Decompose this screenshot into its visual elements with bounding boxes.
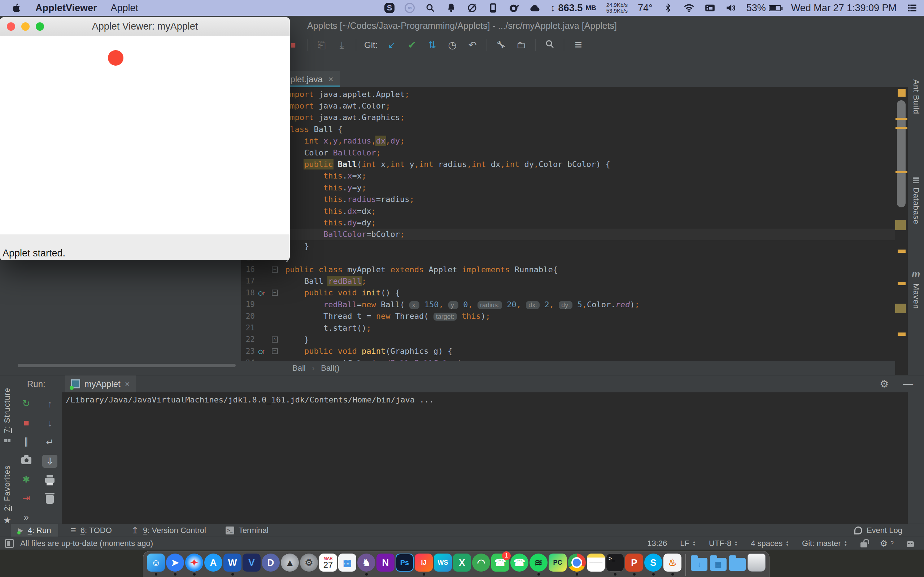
- menubar-app-name[interactable]: AppletViewer: [36, 3, 97, 14]
- fold-end-icon[interactable]: ˄: [272, 337, 278, 343]
- dock-item-spark[interactable]: ➤: [166, 554, 184, 575]
- vertical-scrollbar[interactable]: [897, 100, 906, 207]
- dock-item-documents-folder[interactable]: ▤: [709, 554, 727, 572]
- sidebar-item-structure[interactable]: 7: Structure: [0, 388, 15, 444]
- menubar-menu-applet[interactable]: Applet: [111, 3, 139, 14]
- line-separator-widget[interactable]: LF▲▼: [680, 539, 696, 548]
- open-recent-icon[interactable]: ⎗: [315, 40, 328, 51]
- dock-item-skype[interactable]: S: [644, 554, 662, 575]
- dock-item-trash[interactable]: [748, 554, 766, 572]
- git-branch-widget[interactable]: Git: master▲▼: [802, 539, 847, 548]
- minimize-icon[interactable]: —: [903, 378, 913, 390]
- spotlight-search-icon[interactable]: [425, 3, 436, 13]
- scroll-to-end-button[interactable]: ⇩: [42, 455, 57, 468]
- dock-item-powerpoint[interactable]: P: [625, 554, 643, 575]
- applet-window-titlebar[interactable]: Applet Viewer: myApplet: [0, 17, 290, 36]
- dock-item-whatsapp[interactable]: ☎: [510, 554, 528, 572]
- sidebar-item-database[interactable]: Database: [908, 177, 924, 224]
- cloud-icon[interactable]: [530, 3, 540, 13]
- network-speed-indicator[interactable]: 24.9Kb/s53.9Kb/s: [606, 2, 628, 14]
- notification-center-icon[interactable]: [907, 3, 918, 13]
- dock-item-photoshop[interactable]: Ps: [396, 554, 414, 572]
- dock-item-chrome[interactable]: [568, 554, 586, 575]
- dock-item-notes[interactable]: ———: [587, 554, 605, 572]
- dock-item-onenote[interactable]: N: [376, 554, 394, 572]
- clear-button[interactable]: [42, 493, 57, 506]
- gear-help-icon[interactable]: ⚙?: [880, 538, 894, 548]
- tab-close-icon[interactable]: ×: [328, 74, 333, 84]
- dock-item-pycharm[interactable]: PC: [549, 554, 567, 572]
- sidebar-item-maven[interactable]: mMaven: [908, 269, 924, 309]
- diff-icon[interactable]: ≣: [572, 39, 584, 51]
- applet-viewer-window[interactable]: Applet Viewer: myApplet Applet started.: [0, 17, 290, 260]
- more-button[interactable]: »: [19, 511, 34, 524]
- git-update-icon[interactable]: ↙: [386, 39, 398, 51]
- breadcrumb-class[interactable]: Ball: [292, 364, 306, 373]
- encoding-widget[interactable]: UTF-8▲▼: [709, 539, 738, 548]
- menubar-clock[interactable]: Wed Mar 27 1:39:09 PM: [791, 3, 897, 14]
- dock-item-safari[interactable]: ✦: [185, 554, 203, 575]
- dock-item-facetime[interactable]: ☎1: [491, 554, 509, 572]
- robot-icon[interactable]: [907, 541, 914, 547]
- dock-item-system-preferences[interactable]: ⚙: [300, 554, 318, 572]
- notification-bell-icon[interactable]: [446, 3, 457, 13]
- keyboard-layout-icon[interactable]: [704, 3, 716, 13]
- restart-debug-button[interactable]: ✱: [19, 473, 34, 486]
- skype-menu-icon[interactable]: S: [384, 3, 394, 13]
- dock-item-spotify[interactable]: ≋: [530, 554, 548, 575]
- lock-icon[interactable]: [861, 542, 867, 548]
- kettle-icon[interactable]: [509, 3, 519, 13]
- dock-item-downloads-folder[interactable]: ↓: [690, 554, 708, 572]
- dock-item-word[interactable]: W: [223, 554, 241, 575]
- dock-item-vscode[interactable]: V: [242, 554, 261, 572]
- creative-cloud-icon[interactable]: ∞: [405, 3, 415, 13]
- project-structure-icon[interactable]: 🗀︎: [515, 40, 527, 51]
- dock-item-intellij[interactable]: IJ: [415, 554, 433, 575]
- run-console[interactable]: /Library/Java/JavaVirtualMachines/jdk1.8…: [62, 392, 908, 524]
- battery-indicator[interactable]: 53%: [746, 3, 781, 14]
- print-button[interactable]: [42, 474, 57, 487]
- sidebar-item-favorites[interactable]: 2: Favorites★: [0, 465, 15, 525]
- search-everywhere-icon[interactable]: [544, 39, 556, 51]
- toolwindow-button-terminal[interactable]: >_Terminal: [218, 524, 276, 537]
- run-tab-myapplet[interactable]: myApplet ×: [65, 376, 136, 393]
- indent-widget[interactable]: 4 spaces▲▼: [751, 539, 789, 548]
- memory-indicator[interactable]: ↕863.5MB: [551, 3, 596, 14]
- down-stack-button[interactable]: ↓: [42, 416, 57, 429]
- volume-icon[interactable]: [725, 3, 736, 13]
- apple-logo-icon[interactable]: [11, 3, 22, 13]
- dock-item-discord[interactable]: D: [262, 554, 280, 572]
- stop-button[interactable]: ■: [19, 416, 34, 429]
- code-editor[interactable]: 1import java.applet.Applet;2import java.…: [241, 87, 895, 361]
- dock-item-calendar[interactable]: MAR27: [319, 554, 337, 572]
- caret-position[interactable]: 13:26: [647, 539, 667, 548]
- save-all-icon[interactable]: ⤓: [336, 40, 348, 51]
- soft-wrap-button[interactable]: ↵: [42, 436, 57, 449]
- fold-collapse-icon[interactable]: −: [272, 266, 278, 272]
- toolwindow-grid-icon[interactable]: [5, 539, 14, 548]
- toolwindow-button-version-control[interactable]: ↥9: Version Control: [124, 524, 213, 537]
- settings-wrench-icon[interactable]: 🔧︎: [495, 40, 507, 51]
- dock-item-projects-folder[interactable]: [729, 554, 746, 572]
- gear-icon[interactable]: ⚙: [880, 378, 888, 390]
- breadcrumb-method[interactable]: Ball(): [321, 364, 339, 373]
- dock-item-github[interactable]: ♞: [357, 554, 375, 575]
- dock-item-finder[interactable]: ☺: [147, 554, 165, 575]
- up-stack-button[interactable]: ↑: [42, 397, 57, 410]
- dock-item-green-app[interactable]: ◠: [472, 554, 490, 572]
- dock-item-java-applet[interactable]: ♨: [663, 554, 682, 575]
- exit-button[interactable]: ⇥: [19, 492, 34, 504]
- git-commit-icon[interactable]: ✔: [406, 39, 418, 51]
- rerun-button[interactable]: ↻: [19, 397, 34, 410]
- dock-item-excel[interactable]: X: [453, 554, 471, 572]
- fold-collapse-icon[interactable]: −: [272, 348, 278, 354]
- temperature-indicator[interactable]: 74°: [638, 3, 653, 14]
- dock-item-webstorm[interactable]: WS: [434, 554, 452, 572]
- fold-collapse-icon[interactable]: −: [272, 290, 278, 296]
- dock-item-terminal[interactable]: >_: [606, 554, 624, 575]
- toolwindow-button-run[interactable]: ▶4: Run: [11, 524, 58, 537]
- run-tab-close-icon[interactable]: ×: [125, 379, 130, 389]
- device-icon[interactable]: [488, 3, 498, 13]
- horizontal-scrollbar[interactable]: [18, 364, 236, 367]
- history-icon[interactable]: ◷: [446, 39, 459, 51]
